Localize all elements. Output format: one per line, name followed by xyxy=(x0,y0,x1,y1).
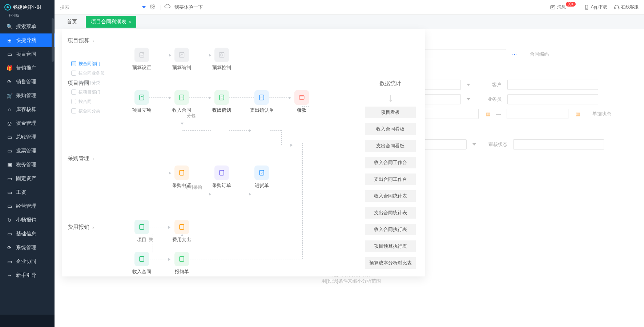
stats-button[interactable]: 收入合同统计表 xyxy=(365,190,416,202)
node-income-contract-2[interactable]: 收入合同 xyxy=(127,252,156,275)
sidebar-item[interactable]: ▭企业协同 xyxy=(0,255,55,268)
app-download-button[interactable]: App下载 xyxy=(584,4,607,10)
menu-icon: ▭ xyxy=(7,203,12,209)
menu-icon: 🎁 xyxy=(7,65,12,71)
stats-button[interactable]: 项目看板 xyxy=(365,107,416,118)
calendar-icon: ▦ xyxy=(576,111,580,117)
svg-rect-23 xyxy=(259,95,264,100)
sidebar-item[interactable]: ⊞快捷导航 xyxy=(0,33,55,47)
sidebar-item[interactable]: ▭项目合同 xyxy=(0,47,55,61)
menu-icon: ▭ xyxy=(7,176,12,182)
stats-button[interactable]: 项目预算执行表 xyxy=(365,240,416,252)
list-item[interactable]: 按项目分类 xyxy=(71,78,105,87)
chevron-down-icon[interactable] xyxy=(467,98,470,100)
messages-badge: 99+ xyxy=(566,2,576,7)
stats-button[interactable]: 支出合同统计表 xyxy=(365,207,416,219)
list-item[interactable]: 按合同业务员 xyxy=(71,68,105,78)
svg-rect-15 xyxy=(180,95,184,100)
try-link[interactable]: 我要体验一下 xyxy=(174,4,203,11)
sidebar-scrollbar[interactable] xyxy=(52,18,54,62)
svg-rect-13 xyxy=(140,95,144,100)
support-button[interactable]: 在线客服 xyxy=(614,4,639,10)
project-input[interactable] xyxy=(415,49,506,59)
chevron-down-icon[interactable] xyxy=(472,143,476,145)
menu-icon: ▭ xyxy=(7,190,12,195)
list-item[interactable]: 按合同分类 xyxy=(71,106,105,116)
stats-button[interactable]: 收入合同工作台 xyxy=(365,157,416,168)
svg-rect-26 xyxy=(180,170,184,175)
stats-button[interactable]: 收入合同执行表 xyxy=(365,224,416,235)
sidebar-item[interactable]: ⟳销售管理 xyxy=(0,75,55,89)
node-goods-in[interactable]: 进货单 xyxy=(247,166,276,189)
menu-icon: ▭ xyxy=(7,259,12,264)
svg-rect-2 xyxy=(551,5,555,9)
node-payment[interactable]: 付款 xyxy=(287,90,316,113)
sidebar-item[interactable]: ▭固定资产 xyxy=(0,172,55,186)
svg-rect-30 xyxy=(140,224,144,229)
gear-icon[interactable] xyxy=(149,3,156,11)
sidebar-item[interactable]: ▭工资 xyxy=(0,186,55,199)
stats-button[interactable]: 支出合同工作台 xyxy=(365,174,416,185)
node-expense-confirm[interactable]: 支出确认单 xyxy=(247,90,276,113)
sidebar-item[interactable]: ▭经营管理 xyxy=(0,199,55,213)
stats-button[interactable]: 收入合同看板 xyxy=(365,123,416,135)
messages-button[interactable]: 消息 99+ xyxy=(550,4,577,10)
tab-report[interactable]: 项目合同利润表 × xyxy=(86,16,136,28)
node-expense-contract[interactable]: 支出合同 xyxy=(207,90,236,113)
svg-rect-6 xyxy=(618,7,619,9)
stats-button[interactable]: 支出合同看板 xyxy=(365,140,416,152)
node-reimburse[interactable]: 报销单 xyxy=(167,252,196,275)
menu-icon: 🛒 xyxy=(7,93,12,99)
sidebar-item[interactable]: ▣税务管理 xyxy=(0,158,55,172)
topbar: 搜索 | 我要体验一下 消息 99+ App下载 在线客服 xyxy=(55,0,644,15)
svg-rect-5 xyxy=(614,7,615,9)
stats-header: 数据统计 xyxy=(379,80,401,87)
tab-home[interactable]: 首页 xyxy=(62,16,82,28)
menu-icon: → xyxy=(7,272,12,278)
app-logo: 畅捷通好业财 xyxy=(0,0,55,15)
list-item[interactable]: 按合同 xyxy=(71,97,105,106)
global-search-hint[interactable]: 搜索 xyxy=(60,4,69,11)
node-purchase-order[interactable]: 采购订单 xyxy=(207,166,236,189)
list-item[interactable]: 按项目部门 xyxy=(71,87,105,97)
sidebar-item[interactable]: ▭发票管理 xyxy=(0,144,55,158)
stats-button[interactable]: 预算成本分析对比表 xyxy=(365,257,416,269)
node-budget-compile[interactable]: 预算编制 xyxy=(167,48,196,71)
chevron-right-icon: › xyxy=(92,224,94,230)
svg-rect-32 xyxy=(140,256,144,261)
section-budget[interactable]: 项目预算› xyxy=(68,37,419,44)
menu-icon: ⊞ xyxy=(7,37,12,43)
sidebar-item[interactable]: ↻小畅报销 xyxy=(0,213,55,227)
menu-icon: ▭ xyxy=(7,231,12,237)
svg-rect-31 xyxy=(180,224,184,229)
chevron-down-icon[interactable] xyxy=(142,6,146,8)
menu-icon: ⌂ xyxy=(7,107,12,112)
node-project-init[interactable]: 项目立项 xyxy=(127,90,156,113)
sidebar-item[interactable]: ⟳系统管理 xyxy=(0,241,55,255)
sidebar-item[interactable]: ▭总账管理 xyxy=(0,130,55,144)
close-icon[interactable]: × xyxy=(129,19,131,24)
sidebar-item[interactable]: 🛒采购管理 xyxy=(0,89,55,103)
chevron-down-icon[interactable] xyxy=(467,84,470,86)
svg-point-1 xyxy=(152,6,154,8)
svg-rect-20 xyxy=(220,95,224,100)
report-groupby-list: 按合同部门 按合同业务员 按项目分类 按项目部门 按合同 按合同分类 xyxy=(71,59,105,116)
menu-icon: ◎ xyxy=(7,120,12,126)
list-item[interactable]: 按合同部门 xyxy=(71,59,105,68)
tab-strip: 首页 项目合同利润表 × xyxy=(55,15,644,29)
calendar-icon: ▦ xyxy=(486,111,490,117)
svg-rect-27 xyxy=(220,170,224,175)
node-budget-control[interactable]: 预算控制 xyxy=(207,48,236,71)
sidebar-item[interactable]: ▭基础信息 xyxy=(0,227,55,241)
sidebar-item[interactable]: 🎁营销推广 xyxy=(0,61,55,75)
sidebar-item[interactable]: →新手引导 xyxy=(0,268,55,282)
sidebar-item[interactable]: 🔍搜索菜单 xyxy=(0,20,55,33)
svg-rect-10 xyxy=(179,52,184,57)
svg-rect-33 xyxy=(180,256,184,261)
sidebar-item[interactable]: ◎资金管理 xyxy=(0,116,55,130)
menu-icon: ▭ xyxy=(7,134,12,140)
sidebar-footer xyxy=(0,315,55,327)
more-icon[interactable]: ⋯ xyxy=(512,52,518,57)
sidebar-item[interactable]: ⌂库存核算 xyxy=(0,103,55,116)
svg-point-12 xyxy=(221,54,223,56)
